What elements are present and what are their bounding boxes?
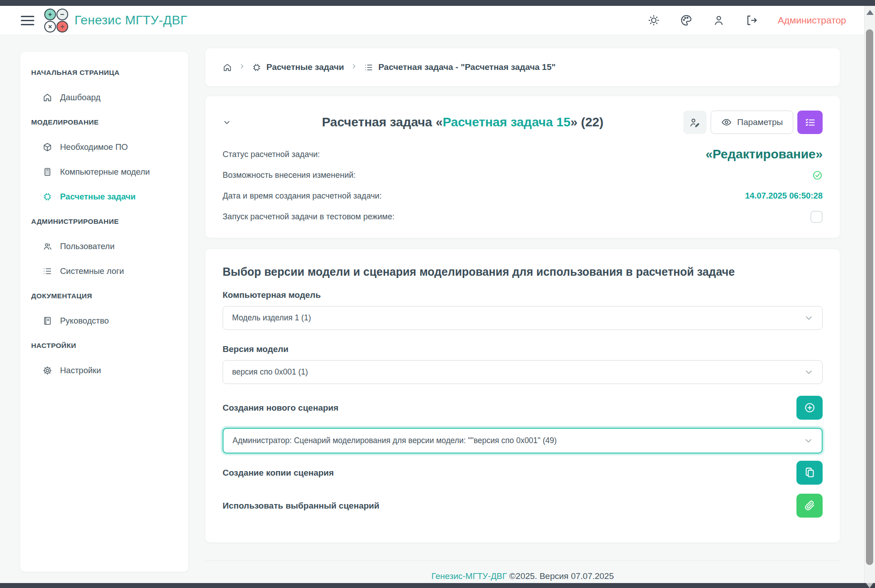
profile-icon[interactable] [712,14,725,27]
sidebar-section-administration: АДМИНИСТРИРОВАНИЕ [20,209,188,234]
chevron-down-icon [804,436,813,445]
paperclip-icon [804,500,816,512]
scroll-down-arrow-icon[interactable] [866,583,873,588]
use-scenario-button[interactable] [796,494,823,518]
test-mode-checkbox[interactable] [810,211,823,223]
checklist-button[interactable] [797,111,823,134]
scroll-up-arrow-icon[interactable] [866,10,874,15]
breadcrumb-tasks-link[interactable]: Расчетные задачи [252,62,344,72]
sidebar-section-settings: НАСТРОЙКИ [20,333,188,358]
sidebar-item-label: Необходимое ПО [60,142,128,152]
chevron-right-icon [351,63,357,71]
sidebar-item-dashboard[interactable]: Дашбоард [20,85,188,110]
create-scenario-button[interactable] [796,396,823,420]
sidebar-item-system-logs[interactable]: Системные логи [20,259,188,283]
sidebar-item-label: Расчетные задачи [60,192,135,202]
status-value: «Редактирование» [706,147,823,162]
palette-icon[interactable] [680,14,693,27]
checklist-icon [805,117,816,128]
created-row: Дата и время создания расчетной задачи: … [223,185,823,206]
sidebar-item-label: Настройки [60,366,101,375]
plus-circle-icon [804,402,816,414]
task-name: Расчетная задача 15 [442,115,570,129]
home-icon [223,63,232,72]
sidebar-item-settings[interactable]: Настройки [20,358,188,383]
form-heading: Выбор версии модели и сценария моделиров… [223,265,823,278]
app-logo: + − × ÷ [44,9,68,32]
menu-icon[interactable] [21,16,34,25]
collapse-chevron-icon[interactable] [223,118,242,127]
sidebar-item-users[interactable]: Пользователи [20,234,188,259]
parameters-button[interactable]: Параметры [711,111,793,134]
gear-icon [42,366,52,375]
computer-model-value: Модель изделия 1 (1) [232,313,311,323]
browser-bottom-strip [0,583,875,588]
sidebar-item-calculation-tasks[interactable]: Расчетные задачи [20,184,188,209]
user-role[interactable]: Администратор [777,15,846,26]
user-edit-icon [689,117,700,128]
copy-scenario-label: Создание копии сценария [223,468,334,478]
cpu-chip-icon [252,63,261,72]
sidebar-item-label: Руководство [60,316,109,326]
sidebar-item-manual[interactable]: Руководство [20,308,188,333]
new-scenario-label: Создания нового сценария [223,403,339,413]
list-icon [364,63,373,72]
logo-plus-icon: + [44,9,56,20]
breadcrumb-current-page: Расчетная задача - "Расчетная задача 15" [364,62,556,72]
test-mode-label: Запуск расчетной задачи в тестовом режим… [223,212,395,222]
sidebar: НАЧАЛЬНАЯ СТРАНИЦА Дашбоард МОДЕЛИРОВАНИ… [20,52,188,572]
app-title: Генезис МГТУ-ДВГ [74,13,187,28]
status-row: Статус расчетной задачи: «Редактирование… [223,144,823,165]
parameters-button-label: Параметры [737,117,783,127]
sidebar-item-label: Дашбоард [60,93,101,102]
copy-scenario-button[interactable] [796,461,823,485]
sidebar-section-home: НАЧАЛЬНАЯ СТРАНИЦА [20,60,188,85]
scenario-value: Администратор: Сценарий моделирования дл… [233,436,557,445]
breadcrumb-home-link[interactable] [223,63,232,72]
calculator-icon [42,167,52,177]
model-version-value: версия спо 0x001 (1) [232,367,308,377]
home-icon [42,93,52,102]
edit-user-button[interactable] [683,111,707,134]
theme-sun-icon[interactable] [647,14,660,27]
task-title: Расчетная задача «Расчетная задача 15» (… [242,115,683,130]
book-icon [42,316,52,326]
computer-model-select[interactable]: Модель изделия 1 (1) [223,306,823,330]
computer-model-label: Компьютерная модель [223,290,823,300]
breadcrumb-label: Расчетная задача - "Расчетная задача 15" [378,62,556,72]
sidebar-item-computer-models[interactable]: Компьютерные модели [20,159,188,184]
list-icon [42,266,52,276]
logo-multiply-icon: × [44,21,56,32]
logout-icon[interactable] [745,14,758,27]
footer-version-text: ©2025. Версия 07.07.2025 [509,571,614,581]
sidebar-item-label: Пользователи [60,241,115,251]
created-value: 14.07.2025 06:50:28 [745,191,823,201]
scenario-form-card: Выбор версии модели и сценария моделиров… [205,249,840,542]
check-circle-icon [812,170,823,181]
editable-label: Возможность внесения изменений: [223,171,356,180]
sidebar-item-required-software[interactable]: Необходимое ПО [20,134,188,159]
logo-minus-icon: − [56,9,68,20]
breadcrumb: Расчетные задачи Расчетная задача - "Рас… [205,48,840,86]
sidebar-item-label: Компьютерные модели [60,167,150,177]
chevron-right-icon [239,63,245,71]
main-content: Расчетные задачи Расчетная задача - "Рас… [205,48,840,581]
model-version-select[interactable]: версия спо 0x001 (1) [223,360,823,384]
sidebar-section-documentation: ДОКУМЕНТАЦИЯ [20,283,188,308]
cube-icon [42,142,52,152]
breadcrumb-label: Расчетные задачи [266,62,344,72]
scenario-select[interactable]: Администратор: Сценарий моделирования дл… [223,428,823,454]
sidebar-item-label: Системные логи [60,266,124,276]
logo-divide-icon: ÷ [56,21,68,32]
test-mode-row: Запуск расчетной задачи в тестовом режим… [223,206,823,227]
editable-row: Возможность внесения изменений: [223,165,823,185]
task-card: Расчетная задача «Расчетная задача 15» (… [205,96,840,238]
status-label: Статус расчетной задачи: [223,150,320,159]
page-scrollbar[interactable] [864,6,875,583]
model-version-label: Версия модели [223,344,823,354]
use-scenario-label: Использовать выбранный сценарий [223,501,379,511]
users-icon [42,241,52,251]
browser-top-strip [0,0,875,6]
scrollbar-thumb[interactable] [866,29,873,565]
footer-brand-link[interactable]: Генезис-МГТУ-ДВГ [431,571,507,581]
